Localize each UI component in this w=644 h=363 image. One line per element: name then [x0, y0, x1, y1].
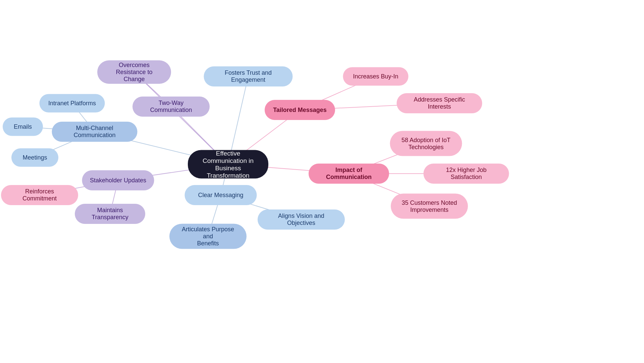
node-two_way: Two-Way Communication: [132, 97, 210, 117]
node-maintains: Maintains Transparency: [75, 204, 145, 224]
node-reinforces: Reinforces Commitment: [1, 185, 78, 205]
node-intranet: Intranet Platforms: [40, 94, 105, 113]
node-addresses: Addresses Specific Interests: [397, 93, 482, 113]
node-center: Effective Communication in Business Tran…: [188, 150, 268, 179]
node-clear_messaging: Clear Messaging: [185, 185, 257, 205]
node-fosters_trust: Fosters Trust and Engagement: [204, 66, 293, 86]
node-customers: 35 Customers Noted Improvements: [391, 194, 468, 219]
node-emails: Emails: [3, 118, 43, 136]
node-iot_adoption: 58 Adoption of IoT Technologies: [390, 131, 462, 156]
node-increases_buyin: Increases Buy-In: [343, 67, 409, 86]
node-articulates: Articulates Purpose and Benefits: [169, 224, 247, 249]
mindmap-container: Effective Communication in Business Tran…: [0, 0, 644, 363]
node-multi_channel: Multi-Channel Communication: [52, 122, 138, 142]
node-aligns: Aligns Vision and Objectives: [258, 209, 345, 230]
node-tailored: Tailored Messages: [265, 100, 335, 120]
node-job_satisfaction: 12x Higher Job Satisfaction: [424, 164, 509, 184]
node-impact: Impact of Communication: [309, 164, 389, 184]
node-stakeholder: Stakeholder Updates: [82, 170, 154, 190]
node-meetings: Meetings: [11, 148, 58, 167]
node-overcomes_resistance: Overcomes Resistance to Change: [97, 60, 171, 84]
